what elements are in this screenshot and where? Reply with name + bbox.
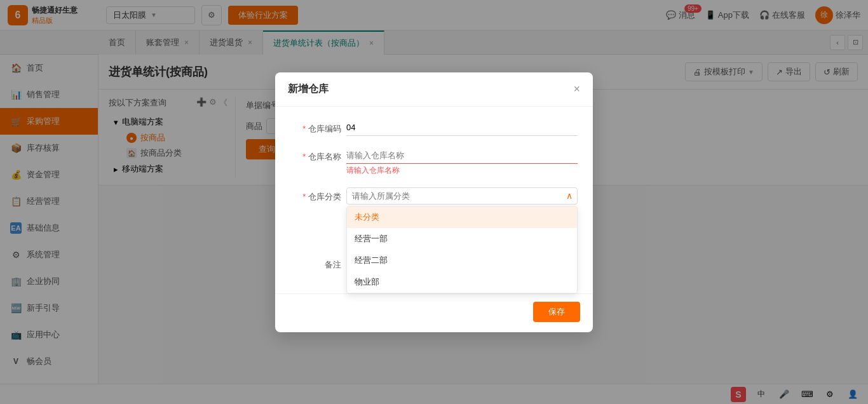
code-label: 仓库编码 [290, 119, 341, 135]
category-dropdown: 未分类 经营一部 经营二部 物业部 [346, 206, 578, 293]
note-label: 备注 [290, 255, 341, 271]
dropdown-item-dept1[interactable]: 经营一部 [347, 228, 577, 250]
dialog-overlay: 新增仓库 × 仓库编码 仓库名称 请输入仓库名称 仓库分类 [0, 0, 868, 404]
name-input[interactable] [346, 147, 578, 164]
code-input[interactable] [346, 119, 578, 136]
form-row-name: 仓库名称 请输入仓库名称 [290, 147, 578, 176]
form-row-category: 仓库分类 ∧ 未分类 经营一部 经营二部 物业部 [290, 187, 578, 205]
category-field: ∧ 未分类 经营一部 经营二部 物业部 [346, 187, 578, 205]
dialog-close-button[interactable]: × [573, 83, 580, 96]
name-label: 仓库名称 [290, 147, 341, 163]
category-label: 仓库分类 [290, 187, 341, 203]
form-row-code: 仓库编码 [290, 119, 578, 136]
category-input[interactable] [346, 187, 578, 205]
dropdown-item-dept3[interactable]: 物业部 [347, 271, 577, 293]
new-warehouse-dialog: 新增仓库 × 仓库编码 仓库名称 请输入仓库名称 仓库分类 [275, 72, 593, 332]
name-error-msg: 请输入仓库名称 [346, 165, 578, 176]
dialog-title: 新增仓库 [288, 83, 329, 96]
dialog-body: 仓库编码 仓库名称 请输入仓库名称 仓库分类 ∧ [275, 107, 593, 293]
dropdown-item-unclassified[interactable]: 未分类 [347, 206, 577, 228]
dialog-footer: 保存 [275, 293, 593, 332]
name-field: 请输入仓库名称 [346, 147, 578, 176]
save-button[interactable]: 保存 [533, 302, 580, 322]
dialog-header: 新增仓库 × [275, 72, 593, 107]
code-field [346, 119, 578, 136]
dropdown-item-dept2[interactable]: 经营二部 [347, 250, 577, 271]
category-select-wrapper: ∧ [346, 187, 578, 205]
